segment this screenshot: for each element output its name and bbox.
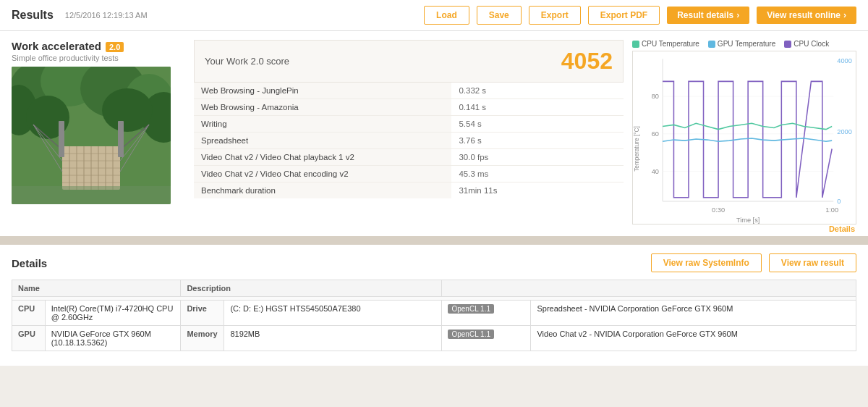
work-subtitle: Simple office productivity tests [12,54,185,62]
legend-color [632,41,639,48]
cpu-value: Intel(R) Core(TM) i7-4720HQ CPU @ 2.60GH… [45,301,181,326]
legend-color [708,41,715,48]
svg-text:4000: 4000 [837,56,852,64]
legend-label: CPU Temperature [642,40,699,48]
top-bar: Results 12/5/2016 12:19:13 AM Load Save … [0,0,868,31]
memory-value: 8192MB [224,326,442,351]
legend-item: CPU Temperature [632,40,699,48]
metric-row: Spreadsheet3.76 s [194,133,624,149]
chart-details-link[interactable]: Details [632,225,856,233]
metric-row: Web Browsing - JunglePin0.332 s [194,83,624,99]
metric-name: Benchmark duration [194,182,451,199]
svg-rect-28 [59,121,64,157]
svg-text:0:30: 0:30 [712,206,725,214]
view-online-button[interactable]: View result online › [757,7,856,24]
memory-label: Memory [181,326,224,351]
metric-value: 45.3 ms [451,166,624,182]
metric-name: Web Browsing - Amazonia [194,99,451,116]
details-title: Details [12,257,47,269]
right-panel: CPU TemperatureGPU TemperatureCPU Clock … [632,40,856,236]
metric-value: 5.54 s [451,116,624,133]
cpu-label: CPU [12,301,46,326]
score-value: 4052 [561,48,613,75]
metric-name: Video Chat v2 / Video Chat encoding v2 [194,166,451,182]
name-header: Name [12,280,181,297]
opencl1-badge: OpenCL 1.1 [442,301,531,326]
work-title: Work accelerated [12,40,101,52]
svg-text:Temperature [°C]: Temperature [°C] [634,126,640,172]
metric-name: Video Chat v2 / Video Chat playback 1 v2 [194,149,451,166]
metric-row: Writing5.54 s [194,116,624,133]
opencl2-value: Video Chat v2 - NVIDIA Corporation GeFor… [531,326,856,351]
load-button[interactable]: Load [424,6,469,25]
section-separator [0,236,868,245]
result-details-button[interactable]: Result details › [667,7,749,24]
center-panel: Your Work 2.0 score 4052 Web Browsing - … [194,40,624,236]
metric-row: Video Chat v2 / Video Chat encoding v245… [194,166,624,182]
legend-label: CPU Clock [793,40,829,48]
metric-row: Video Chat v2 / Video Chat playback 1 v2… [194,149,624,166]
description-header: Description [181,280,442,297]
work-panel: Work accelerated 2.0 Simple office produ… [12,40,185,236]
details-section: Details View raw SystemInfo View raw res… [0,245,868,366]
svg-text:60: 60 [652,130,659,138]
legend-color [784,41,791,48]
metric-name: Web Browsing - JunglePin [194,83,451,99]
export-pdf-button[interactable]: Export PDF [588,6,660,25]
svg-text:Time [s]: Time [s] [736,217,760,224]
page-title: Results [12,9,54,22]
view-result-button[interactable]: View raw result [769,253,856,272]
metric-value: 0.332 s [451,83,624,99]
metrics-table: Web Browsing - JunglePin0.332 sWeb Brows… [194,83,624,198]
gpu-label: GPU [12,326,46,351]
svg-point-8 [102,88,153,132]
score-header: Your Work 2.0 score 4052 [194,40,624,83]
drive-value: (C: D: E:) HGST HTS545050A7E380 [224,301,442,326]
metric-value: 3.76 s [451,133,624,149]
svg-text:1:00: 1:00 [825,206,838,214]
svg-rect-29 [118,121,124,157]
opencl2-badge: OpenCL 1.1 [442,326,531,351]
svg-text:0: 0 [837,198,841,205]
details-buttons: View raw SystemInfo View raw result [651,253,856,272]
metric-row: Web Browsing - Amazonia0.141 s [194,99,624,116]
table-row: GPU NVIDIA GeForce GTX 960M (10.18.13.53… [12,326,856,351]
svg-text:80: 80 [652,93,659,100]
view-sysinfo-button[interactable]: View raw SystemInfo [651,253,762,272]
chart-legend: CPU TemperatureGPU TemperatureCPU Clock [632,40,856,48]
result-date: 12/5/2016 12:19:13 AM [65,11,417,20]
svg-rect-30 [12,186,171,204]
metric-name: Spreadsheet [194,133,451,149]
save-button[interactable]: Save [477,6,522,25]
metric-row: Benchmark duration31min 11s [194,182,624,199]
legend-label: GPU Temperature [718,40,775,48]
gpu-value: NVIDIA GeForce GTX 960M (10.18.13.5362) [45,326,181,351]
legend-item: CPU Clock [784,40,829,48]
metric-value: 0.141 s [451,99,624,116]
chart-container: 80 60 40 4000 2000 0 0:30 1:00 Time [s] … [632,51,856,225]
export-button[interactable]: Export [529,6,581,25]
score-label: Your Work 2.0 score [205,56,289,67]
legend-item: GPU Temperature [708,40,775,48]
benchmark-image [12,67,171,204]
metric-value: 31min 11s [451,182,624,199]
svg-text:40: 40 [652,168,659,175]
work-badge: 2.0 [106,42,124,52]
details-table: Name Description CPU Intel(R) Core(TM) i… [12,280,856,351]
metric-name: Writing [194,116,451,133]
table-row: CPU Intel(R) Core(TM) i7-4720HQ CPU @ 2.… [12,301,856,326]
opencl1-value: Spreadsheet - NVIDIA Corporation GeForce… [531,301,856,326]
main-top-section: Work accelerated 2.0 Simple office produ… [0,31,868,236]
drive-label: Drive [181,301,224,326]
empty-header [442,280,856,297]
metric-value: 30.0 fps [451,149,624,166]
svg-text:2000: 2000 [837,128,852,135]
details-header: Details View raw SystemInfo View raw res… [12,253,856,272]
